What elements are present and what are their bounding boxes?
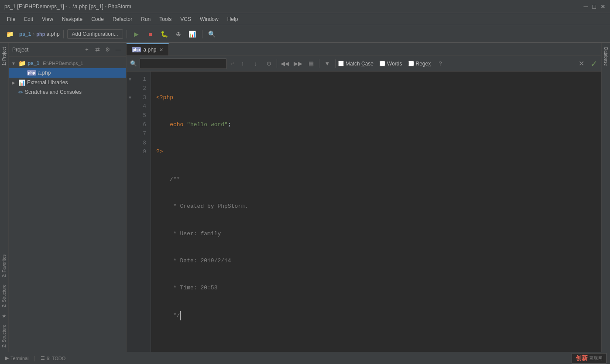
regex-checkbox[interactable] xyxy=(408,61,414,66)
profile-button[interactable]: 📊 xyxy=(186,28,199,40)
collapse-icon-button[interactable]: — xyxy=(114,45,123,54)
find-enter-hint: ↵ xyxy=(230,61,235,67)
tree-item-aphp[interactable]: php a.php xyxy=(9,68,126,78)
menu-navigate[interactable]: Navigate xyxy=(58,14,86,24)
cursor xyxy=(180,311,181,320)
menu-run[interactable]: Run xyxy=(137,14,154,24)
code-content[interactable]: <?php echo "hello word"; ?> /** * Create… xyxy=(151,72,601,352)
settings-icon-button[interactable]: ⚙ xyxy=(103,45,112,54)
menu-code[interactable]: Code xyxy=(88,14,107,24)
title-bar: ps_1 [E:\PHPDemo\ps_1] - ...\a.php [ps_1… xyxy=(0,0,610,13)
coverage-button[interactable]: ⊕ xyxy=(172,28,185,40)
code-line-2: echo "hello word"; xyxy=(156,120,596,130)
tab-close-button[interactable]: ✕ xyxy=(159,47,163,53)
tree-item-ps1-folder[interactable]: ▼ 📁 ps_1 E:\PHPDemo\ps_1 xyxy=(9,58,126,68)
minimize-button[interactable]: ─ xyxy=(584,3,588,10)
php-file-icon: php xyxy=(27,70,36,76)
regex-option[interactable]: Regex xyxy=(408,61,431,67)
fold-3[interactable]: ▼ xyxy=(127,93,133,103)
breadcrumb-aphp[interactable]: php a.php xyxy=(36,31,59,37)
find-prev-all-button[interactable]: ◀◀ xyxy=(280,58,290,69)
structure-tab[interactable]: Z: Structure xyxy=(1,282,7,310)
fold-4 xyxy=(127,102,133,111)
sync-icon-button[interactable]: ⇄ xyxy=(93,45,102,54)
menu-file[interactable]: File xyxy=(3,14,19,24)
tree-item-scratches[interactable]: ✏ Scratches and Consoles xyxy=(9,87,126,97)
status-bar: ▶ Terminal | ☰ 6: TODO 创新 互联网 xyxy=(0,352,610,364)
right-sidebar: Database xyxy=(601,43,610,352)
help-button[interactable]: ? xyxy=(435,58,446,69)
todo-button[interactable]: ☰ 6: TODO xyxy=(39,354,68,362)
debug-button[interactable]: 🐛 xyxy=(158,28,171,40)
folder-collapse-arrow[interactable]: ▼ xyxy=(10,60,17,66)
editor-area: php a.php ✕ 🔍 ↵ ↑ ↓ ⊙ ◀◀ ▶▶ ▤ ▼ xyxy=(127,43,601,352)
stop-button[interactable]: ■ xyxy=(144,28,157,40)
todo-icon: ☰ xyxy=(41,355,45,361)
project-tab[interactable]: 1: Project xyxy=(1,45,7,68)
close-button[interactable]: ✕ xyxy=(600,3,606,10)
aphp-label: a.php xyxy=(38,70,51,76)
find-sep-3 xyxy=(335,59,336,68)
toolbar-folder-icon[interactable]: 📁 xyxy=(3,28,16,40)
find-filter-button[interactable]: ▼ xyxy=(322,58,332,69)
find-input[interactable] xyxy=(140,58,227,69)
project-panel-header: Project + ⇄ ⚙ — xyxy=(9,43,126,57)
fold-6 xyxy=(127,120,133,130)
terminal-label: Terminal xyxy=(10,356,29,361)
search-everywhere-button[interactable]: 🔍 xyxy=(206,28,218,40)
database-tab[interactable]: Database xyxy=(603,45,609,69)
find-select-all-button[interactable]: ▤ xyxy=(306,58,316,69)
words-option[interactable]: Words xyxy=(380,61,402,67)
fold-7 xyxy=(127,130,133,139)
menu-tools[interactable]: Tools xyxy=(156,14,175,24)
window-controls: ─ □ ✕ xyxy=(584,3,606,10)
find-toolbar: 🔍 ↵ ↑ ↓ ⊙ ◀◀ ▶▶ ▤ ▼ Match Case xyxy=(127,56,601,72)
file-arrow-placeholder xyxy=(19,70,25,76)
fold-2 xyxy=(127,84,133,93)
words-checkbox[interactable] xyxy=(380,61,385,66)
main-layout: 1: Project 2: Favorites Z: Structure ★ Z… xyxy=(0,43,610,352)
ext-libs-arrow[interactable]: ▶ xyxy=(10,79,17,86)
menu-vcs[interactable]: VCS xyxy=(177,14,195,24)
add-icon-button[interactable]: + xyxy=(82,45,91,54)
menu-refactor[interactable]: Refactor xyxy=(109,14,136,24)
menu-bar: File Edit View Navigate Code Refactor Ru… xyxy=(0,13,610,25)
tree-item-ext-libs[interactable]: ▶ 📊 External Libraries xyxy=(9,78,126,87)
fold-8 xyxy=(127,139,133,148)
breadcrumb-ps1[interactable]: ps_1 xyxy=(19,31,31,37)
fold-1[interactable]: ▼ xyxy=(127,75,133,84)
menu-help[interactable]: Help xyxy=(224,14,242,24)
project-panel: Project + ⇄ ⚙ — ▼ 📁 ps_1 E:\PHPDemo\ps_1… xyxy=(9,43,127,352)
match-case-option[interactable]: Match Case xyxy=(338,61,374,67)
find-target-button[interactable]: ⊙ xyxy=(264,58,274,69)
run-button[interactable]: ▶ xyxy=(130,28,143,40)
tab-aphp[interactable]: php a.php ✕ xyxy=(127,43,169,55)
add-configuration-button[interactable]: Add Configuration... xyxy=(67,29,123,39)
find-next-all-button[interactable]: ▶▶ xyxy=(293,58,303,69)
favorites-tab[interactable]: 2: Favorites xyxy=(1,252,7,280)
menu-edit[interactable]: Edit xyxy=(21,14,37,24)
terminal-button[interactable]: ▶ Terminal xyxy=(3,354,31,362)
menu-view[interactable]: View xyxy=(38,14,57,24)
watermark: 创新 互联网 xyxy=(572,353,607,364)
find-close-button[interactable]: ✕ xyxy=(579,59,584,68)
search-icon[interactable]: 🔍 xyxy=(130,60,137,67)
line-num-9: 9 xyxy=(135,148,149,157)
star-icon[interactable]: ★ xyxy=(0,312,9,320)
match-case-checkbox[interactable] xyxy=(338,61,344,66)
find-next-button[interactable]: ↓ xyxy=(250,58,261,69)
code-line-7: * Date: 2019/2/14 xyxy=(156,257,596,266)
fold-5 xyxy=(127,111,133,120)
breadcrumb: ps_1 › php a.php xyxy=(19,31,60,37)
code-line-6: * User: family xyxy=(156,230,596,239)
panel-title: Project xyxy=(12,47,81,53)
find-prev-button[interactable]: ↑ xyxy=(237,58,248,69)
code-line-4: /** xyxy=(156,175,596,184)
menu-window[interactable]: Window xyxy=(196,14,222,24)
structure-tab-z[interactable]: Z: Structure xyxy=(1,322,7,350)
maximize-button[interactable]: □ xyxy=(593,3,596,10)
code-line-1: <?php xyxy=(156,93,596,103)
line-num-4: 4 xyxy=(135,102,149,111)
tab-php-icon: php xyxy=(132,47,141,52)
find-sep-1 xyxy=(277,59,277,68)
